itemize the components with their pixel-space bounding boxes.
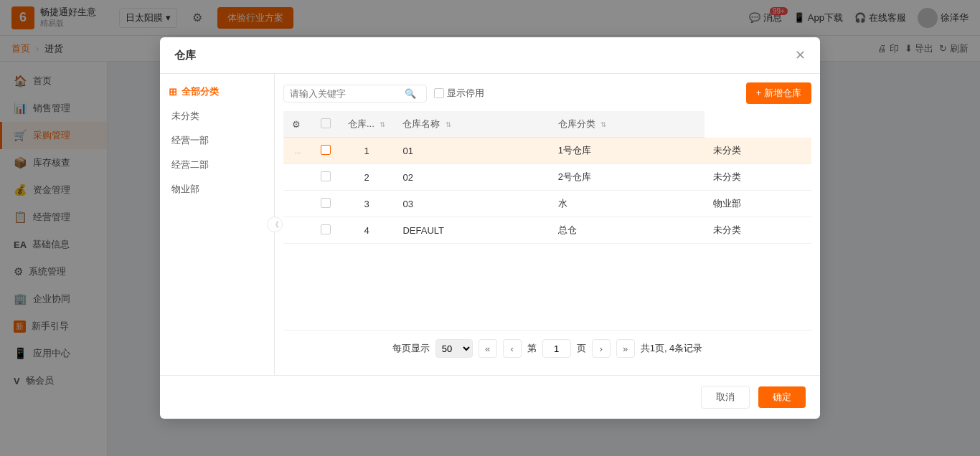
modal-body: ⊞ 全部分类 未分类 经营一部 经营二部 物业部 《 [160,74,820,375]
table-area: 🔍 显示停用 + 新增仓库 ⚙ [275,74,820,375]
row-code-2: 03 [394,191,549,217]
row-no-2: 3 [339,191,394,217]
th-gear: ⚙ [283,111,312,138]
collapse-sidebar-btn[interactable]: 《 [267,217,283,232]
cat-label-1: 经营一部 [171,135,209,146]
next-page-btn[interactable]: › [592,339,611,358]
row-check-3[interactable] [312,217,339,244]
row-category-2: 物业部 [705,191,811,217]
first-page-btn[interactable]: « [479,339,497,358]
page-label: 第 [527,342,537,355]
row-gear-1 [283,164,312,191]
cancel-button[interactable]: 取消 [701,386,750,409]
show-disabled-checkbox[interactable] [434,88,444,98]
row-code-3: DEFAULT [394,217,549,244]
category-item-3[interactable]: 物业部 [160,177,274,201]
table-row[interactable]: 2 02 2号仓库 未分类 [283,164,811,191]
th-name-label: 仓库名称 [402,118,440,129]
sort-code-icon: ⇅ [380,120,385,128]
row-category-0: 未分类 [705,138,811,164]
sort-name-icon: ⇅ [446,120,451,128]
row-category-1: 未分类 [705,164,811,191]
show-disabled-label: 显示停用 [447,87,484,100]
all-categories-btn[interactable]: ⊞ 全部分类 [160,80,274,104]
current-page-input[interactable] [542,339,571,358]
add-warehouse-button[interactable]: + 新增仓库 [746,82,811,104]
modal-header: 仓库 ✕ [160,37,820,74]
table-row[interactable]: 4 DEFAULT 总仓 未分类 [283,217,811,244]
show-disabled-toggle[interactable]: 显示停用 [434,87,484,100]
row-check-2[interactable] [312,191,339,217]
row-gear-0: ... [283,138,312,164]
row-code-1: 02 [394,164,549,191]
row-check-0[interactable] [312,138,339,164]
row-name-0: 1号仓库 [550,138,705,164]
search-wrap[interactable]: 🔍 [283,85,427,103]
row-check-1[interactable] [312,164,339,191]
modal-footer: 取消 确定 [160,375,820,419]
row-name-3: 总仓 [550,217,705,244]
last-page-btn[interactable]: » [616,339,635,358]
row-no-3: 4 [339,217,394,244]
confirm-button[interactable]: 确定 [758,386,806,408]
per-page-select[interactable]: 50 10 20 100 [435,339,473,358]
category-item-0[interactable]: 未分类 [160,104,274,128]
th-category-label: 仓库分类 [558,118,595,129]
select-all-checkbox[interactable] [321,118,331,128]
page-suffix: 页 [577,342,586,355]
prev-page-btn[interactable]: ‹ [503,339,522,358]
total-info: 共1页, 4条记录 [641,342,703,355]
row-gear-2 [283,191,312,217]
per-page-label: 每页显示 [392,342,430,355]
category-item-1[interactable]: 经营一部 [160,128,274,153]
search-icon[interactable]: 🔍 [405,88,416,99]
th-category: 仓库分类 ⇅ [550,111,705,138]
table-header-row: ⚙ 仓库... ⇅ 仓库名称 ⇅ [283,111,811,138]
table-head: ⚙ 仓库... ⇅ 仓库名称 ⇅ [283,111,811,138]
pagination-bar: 每页显示 50 10 20 100 « ‹ 第 页 › » 共1页, 4条记录 [283,330,811,366]
th-code: 仓库... ⇅ [339,111,394,138]
cat-label-2: 经营二部 [171,159,209,170]
grid-icon: ⊞ [169,86,177,98]
row-name-1: 2号仓库 [550,164,705,191]
table-row[interactable]: ... 1 01 1号仓库 未分类 [283,138,811,164]
row-code-0: 01 [394,138,549,164]
modal-title: 仓库 [174,49,196,62]
row-gear-3 [283,217,312,244]
category-item-2[interactable]: 经营二部 [160,153,274,177]
table-body: ... 1 01 1号仓库 未分类 2 02 2号仓库 未分类 3 03 水 [283,138,811,244]
row-category-3: 未分类 [705,217,811,244]
warehouse-table: ⚙ 仓库... ⇅ 仓库名称 ⇅ [283,111,811,244]
search-input[interactable] [290,88,405,99]
row-no-0: 1 [339,138,394,164]
category-sidebar: ⊞ 全部分类 未分类 经营一部 经营二部 物业部 《 [160,74,275,375]
modal-close-icon[interactable]: ✕ [795,47,806,63]
th-code-label: 仓库... [348,118,374,129]
modal-overlay[interactable]: 仓库 ✕ ⊞ 全部分类 未分类 经营一部 经营二部 [0,0,980,456]
cat-label-3: 物业部 [171,184,199,194]
row-no-1: 2 [339,164,394,191]
th-check [312,111,339,138]
th-name: 仓库名称 ⇅ [394,111,549,138]
sort-category-icon: ⇅ [600,120,606,128]
table-toolbar: 🔍 显示停用 + 新增仓库 [283,82,811,104]
row-name-2: 水 [550,191,705,217]
cat-label-0: 未分类 [171,110,199,121]
table-row[interactable]: 3 03 水 物业部 [283,191,811,217]
all-categories-label: 全部分类 [182,85,219,98]
warehouse-modal: 仓库 ✕ ⊞ 全部分类 未分类 经营一部 经营二部 [160,37,820,419]
